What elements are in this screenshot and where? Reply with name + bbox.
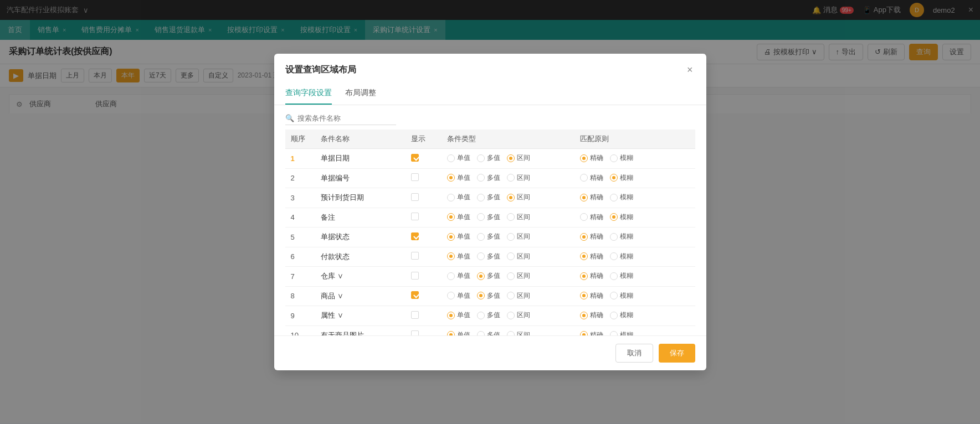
- type-radio-单值[interactable]: 单值: [447, 330, 470, 336]
- display-checkbox[interactable]: [411, 193, 419, 201]
- match-radio-模糊[interactable]: 模糊: [610, 193, 633, 202]
- radio-circle-icon: [610, 312, 618, 319]
- type-radio-单值[interactable]: 单值: [447, 173, 470, 183]
- radio-circle-icon: [447, 331, 455, 335]
- radio-circle-icon: [447, 292, 455, 299]
- type-radio-区间[interactable]: 区间: [507, 232, 530, 241]
- match-radio-模糊[interactable]: 模糊: [610, 153, 633, 163]
- radio-circle-icon: [580, 233, 588, 241]
- type-radio-多值[interactable]: 多值: [477, 153, 500, 163]
- type-radio-多值[interactable]: 多值: [477, 232, 500, 241]
- match-radio-label: 精确: [590, 311, 603, 320]
- type-radio-多值[interactable]: 多值: [477, 291, 500, 301]
- type-radio-多值[interactable]: 多值: [477, 271, 500, 281]
- match-radio-精确[interactable]: 精确: [580, 271, 603, 281]
- radio-circle-icon: [610, 252, 618, 260]
- type-radio-多值[interactable]: 多值: [477, 311, 500, 320]
- type-radio-区间[interactable]: 区间: [507, 213, 530, 222]
- table-row: 5单据状态单值多值区间精确模糊: [285, 227, 695, 247]
- radio-circle-icon: [580, 331, 588, 335]
- display-checkbox[interactable]: [411, 213, 419, 220]
- type-radio-单值[interactable]: 单值: [447, 291, 470, 301]
- radio-circle-icon: [477, 154, 485, 162]
- type-radio-多值[interactable]: 多值: [477, 193, 500, 202]
- type-radio-单值[interactable]: 单值: [447, 271, 470, 281]
- match-radio-label: 精确: [590, 173, 603, 183]
- tab-query-fields[interactable]: 查询字段设置: [285, 84, 332, 105]
- save-btn[interactable]: 保存: [659, 344, 695, 363]
- match-radio-模糊[interactable]: 模糊: [610, 330, 633, 336]
- type-radio-区间[interactable]: 区间: [507, 173, 530, 183]
- row-condition-name: 单据状态: [315, 227, 406, 247]
- type-radio-label: 区间: [517, 271, 530, 281]
- display-checkbox[interactable]: [411, 291, 419, 299]
- match-radio-精确[interactable]: 精确: [580, 193, 603, 202]
- type-radio-区间[interactable]: 区间: [507, 291, 530, 301]
- match-radio-精确[interactable]: 精确: [580, 213, 603, 222]
- type-radio-单值[interactable]: 单值: [447, 213, 470, 222]
- modal-close-btn[interactable]: ×: [685, 63, 695, 77]
- row-order: 6: [285, 247, 315, 267]
- type-radio-区间[interactable]: 区间: [507, 271, 530, 281]
- radio-circle-icon: [507, 292, 515, 299]
- row-order: 7: [285, 267, 315, 287]
- match-radio-label: 模糊: [620, 232, 633, 241]
- match-radio-模糊[interactable]: 模糊: [610, 291, 633, 301]
- modal-title: 设置查询区域布局: [285, 64, 356, 76]
- modal-header: 设置查询区域布局 ×: [274, 54, 706, 77]
- match-radio-模糊[interactable]: 模糊: [610, 213, 633, 222]
- row-match-cell: 精确模糊: [574, 149, 695, 169]
- type-radio-单值[interactable]: 单值: [447, 252, 470, 261]
- display-checkbox[interactable]: [411, 330, 419, 335]
- type-radio-区间[interactable]: 区间: [507, 252, 530, 261]
- type-radio-区间[interactable]: 区间: [507, 311, 530, 320]
- match-radio-精确[interactable]: 精确: [580, 173, 603, 183]
- type-radio-单值[interactable]: 单值: [447, 193, 470, 202]
- match-radio-label: 模糊: [620, 193, 633, 202]
- match-radio-模糊[interactable]: 模糊: [610, 271, 633, 281]
- row-display-cell: [406, 286, 442, 306]
- type-radio-区间[interactable]: 区间: [507, 330, 530, 336]
- type-radio-区间[interactable]: 区间: [507, 193, 530, 202]
- match-radio-精确[interactable]: 精确: [580, 311, 603, 320]
- type-radio-单值[interactable]: 单值: [447, 232, 470, 241]
- match-radio-模糊[interactable]: 模糊: [610, 311, 633, 320]
- type-radio-label: 区间: [517, 153, 530, 163]
- type-radio-区间[interactable]: 区间: [507, 153, 530, 163]
- display-checkbox[interactable]: [411, 232, 419, 240]
- radio-circle-icon: [610, 331, 618, 335]
- type-radio-多值[interactable]: 多值: [477, 173, 500, 183]
- match-radio-精确[interactable]: 精确: [580, 291, 603, 301]
- row-order: 9: [285, 306, 315, 326]
- radio-circle-icon: [507, 233, 515, 241]
- cancel-btn[interactable]: 取消: [615, 344, 653, 363]
- row-order: 2: [285, 168, 315, 188]
- display-checkbox[interactable]: [411, 252, 419, 260]
- row-display-cell: [406, 168, 442, 188]
- match-radio-精确[interactable]: 精确: [580, 252, 603, 261]
- display-checkbox[interactable]: [411, 154, 419, 162]
- match-radio-label: 模糊: [620, 213, 633, 222]
- match-radio-精确[interactable]: 精确: [580, 330, 603, 336]
- display-checkbox[interactable]: [411, 173, 419, 181]
- type-radio-单值[interactable]: 单值: [447, 153, 470, 163]
- type-radio-多值[interactable]: 多值: [477, 330, 500, 336]
- display-checkbox[interactable]: [411, 311, 419, 319]
- match-radio-精确[interactable]: 精确: [580, 232, 603, 241]
- display-checkbox[interactable]: [411, 272, 419, 280]
- radio-circle-icon: [580, 312, 588, 319]
- table-row: 4备注单值多值区间精确模糊: [285, 208, 695, 227]
- tab-layout-adjust[interactable]: 布局调整: [345, 84, 376, 105]
- type-radio-label: 区间: [517, 232, 530, 241]
- search-input[interactable]: [297, 114, 396, 122]
- type-radio-单值[interactable]: 单值: [447, 311, 470, 320]
- match-radio-模糊[interactable]: 模糊: [610, 252, 633, 261]
- match-radio-label: 精确: [590, 232, 603, 241]
- match-radio-模糊[interactable]: 模糊: [610, 232, 633, 241]
- match-radio-精确[interactable]: 精确: [580, 153, 603, 163]
- type-radio-多值[interactable]: 多值: [477, 252, 500, 261]
- row-type-cell: 单值多值区间: [442, 267, 574, 287]
- type-radio-多值[interactable]: 多值: [477, 213, 500, 222]
- match-radio-模糊[interactable]: 模糊: [610, 173, 633, 183]
- table-body: 1单据日期单值多值区间精确模糊2单据编号单值多值区间精确模糊3预计到货日期单值多…: [285, 149, 695, 336]
